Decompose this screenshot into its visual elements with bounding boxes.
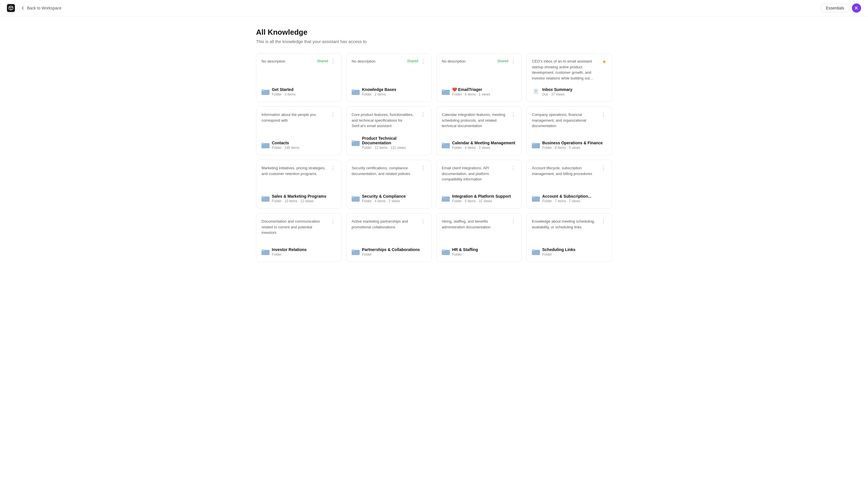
card-actions: ★ (602, 59, 607, 65)
folder-icon (532, 142, 540, 148)
card-bottom: Partnerships & Collaborations Folder (352, 247, 426, 257)
card-info: Contacts Folder · 195 items (272, 140, 299, 150)
card-actions: Shared ⋮ (317, 59, 336, 64)
card-product-technical-documentation[interactable]: Core product features, functionalities, … (346, 106, 432, 155)
card-top: Hiring, staffing, and benefits administr… (442, 219, 516, 230)
more-menu-icon[interactable]: ⋮ (600, 219, 607, 224)
card-actions: ⋮ (420, 112, 426, 117)
card-bottom: HR & Staffing Folder (442, 247, 516, 257)
folder-icon (532, 195, 540, 202)
more-menu-icon[interactable]: ⋮ (330, 219, 336, 224)
card-email-triager[interactable]: No description Shared ⋮ ❤️ EmailTriager … (436, 53, 522, 102)
card-inbox-summary[interactable]: CEO's inbox of an AI email assistant sta… (526, 53, 612, 102)
card-info: HR & Staffing Folder (452, 247, 478, 257)
card-description: CEO's inbox of an AI email assistant sta… (532, 59, 602, 81)
shared-badge: Shared (497, 59, 508, 63)
card-meta: Folder · 7 items · 7 views (542, 199, 591, 203)
more-menu-icon[interactable]: ⋮ (420, 219, 426, 224)
more-menu-icon[interactable]: ⋮ (420, 112, 426, 117)
card-name: Business Operations & Finance (542, 140, 603, 145)
folder-icon (442, 142, 450, 148)
card-top: No description Shared ⋮ (261, 59, 336, 64)
card-name: Sales & Marketing Programs (272, 194, 327, 198)
card-bottom: ❤️ EmailTriager Folder · 6 items · 1 vie… (442, 87, 516, 96)
card-top: Account lifecycle, subscription manageme… (532, 165, 607, 176)
card-meta: Folder (272, 253, 307, 257)
card-calendar-meeting-management[interactable]: Calendar integration features, meeting s… (436, 106, 522, 155)
avatar[interactable]: K (852, 3, 861, 12)
more-menu-icon[interactable]: ⋮ (600, 112, 607, 117)
card-meta: Folder · 4 items · 3 views (452, 146, 515, 150)
card-meta: Folder · 195 items (272, 146, 299, 150)
svg-rect-22 (442, 142, 445, 144)
card-name: Account & Subscription... (542, 194, 591, 198)
card-name: Inbox Summary (542, 87, 572, 92)
card-knowledge-bases[interactable]: No description Shared ⋮ Knowledge Bases … (346, 53, 432, 102)
app-header: Back to Workspace Essentials K (0, 0, 868, 17)
folder-icon (352, 249, 360, 255)
more-menu-icon[interactable]: ⋮ (330, 112, 336, 117)
card-actions: Shared ⋮ (407, 59, 426, 64)
card-info: Scheduling Links Folder (542, 247, 576, 257)
card-actions: ⋮ (510, 165, 516, 170)
more-menu-icon[interactable]: ⋮ (510, 165, 516, 170)
card-security-compliance[interactable]: Security certifications, compliance docu… (346, 160, 432, 208)
card-name: Calendar & Meeting Management (452, 140, 515, 145)
card-business-operations-finance[interactable]: Company operations, financial management… (526, 106, 612, 155)
card-top: Marketing initiatives, pricing strategie… (261, 165, 336, 176)
essentials-button[interactable]: Essentials (821, 4, 849, 12)
card-partnerships-collaborations[interactable]: Active marketing partnerships and promot… (346, 213, 432, 262)
card-info: Investor Relations Folder (272, 247, 307, 257)
svg-rect-46 (442, 249, 445, 251)
more-menu-icon[interactable]: ⋮ (420, 165, 426, 170)
card-description: Company operations, financial management… (532, 112, 600, 129)
card-info: Account & Subscription... Folder · 7 ite… (542, 194, 591, 203)
card-sales-marketing-programs[interactable]: Marketing initiatives, pricing strategie… (256, 160, 342, 208)
svg-rect-34 (442, 196, 445, 197)
card-get-started[interactable]: No description Shared ⋮ Get Started Fold… (256, 53, 342, 102)
card-actions: ⋮ (510, 219, 516, 224)
card-bottom: Inbox Summary Doc · 37 views (532, 87, 607, 96)
card-top: No description Shared ⋮ (352, 59, 426, 64)
shared-badge: Shared (407, 59, 418, 63)
card-hr-staffing[interactable]: Hiring, staffing, and benefits administr… (436, 213, 522, 262)
back-button[interactable]: Back to Workspace (19, 5, 64, 11)
back-label: Back to Workspace (27, 6, 61, 10)
more-menu-icon[interactable]: ⋮ (510, 59, 516, 64)
folder-icon (352, 140, 360, 146)
card-description: Core product features, functionalities, … (352, 112, 420, 129)
card-info: ❤️ EmailTriager Folder · 6 items · 1 vie… (452, 87, 490, 96)
more-menu-icon[interactable]: ⋮ (420, 59, 426, 64)
card-meta: Folder · 6 items · 1 views (452, 92, 490, 96)
card-info: Inbox Summary Doc · 37 views (542, 87, 572, 96)
card-description: Documentation and communication related … (261, 219, 330, 235)
card-info: Calendar & Meeting Management Folder · 4… (452, 140, 515, 150)
card-investor-relations[interactable]: Documentation and communication related … (256, 213, 342, 262)
more-menu-icon[interactable]: ⋮ (510, 219, 516, 224)
card-top: CEO's inbox of an AI email assistant sta… (532, 59, 607, 81)
folder-icon (261, 89, 270, 95)
card-account-subscription[interactable]: Account lifecycle, subscription manageme… (526, 160, 612, 208)
card-meta: Folder (542, 253, 576, 257)
card-integration-platform-support[interactable]: Email client integrations, API documenta… (436, 160, 522, 208)
card-top: No description Shared ⋮ (442, 59, 516, 64)
card-top: Documentation and communication related … (261, 219, 336, 235)
doc-icon (532, 89, 540, 95)
card-contacts[interactable]: Information about the people you corresp… (256, 106, 342, 155)
more-menu-icon[interactable]: ⋮ (510, 112, 516, 117)
card-bottom: Integration & Platform Support Folder · … (442, 194, 516, 203)
card-description: No description (352, 59, 407, 64)
svg-rect-6 (352, 89, 354, 90)
more-menu-icon[interactable]: ⋮ (330, 165, 336, 170)
card-top: Calendar integration features, meeting s… (442, 112, 516, 129)
more-menu-icon[interactable]: ⋮ (330, 59, 336, 64)
svg-rect-49 (532, 249, 535, 251)
card-name: Product Technical Documentation (362, 136, 426, 145)
card-top: Security certifications, compliance docu… (352, 165, 426, 176)
cards-grid: No description Shared ⋮ Get Started Fold… (256, 53, 612, 262)
card-name: Partnerships & Collaborations (362, 247, 420, 252)
card-bottom: Scheduling Links Folder (532, 247, 607, 257)
more-menu-icon[interactable]: ⋮ (600, 165, 607, 170)
svg-rect-43 (352, 249, 354, 251)
card-scheduling-links[interactable]: Knowledge about meeting scheduling, avai… (526, 213, 612, 262)
